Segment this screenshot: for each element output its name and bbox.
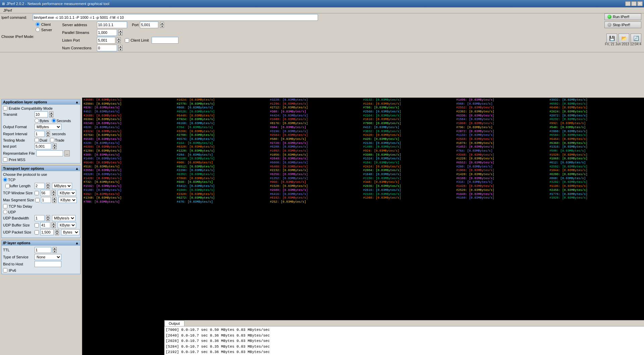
trade-checkbox[interactable] xyxy=(50,138,54,142)
minimize-button[interactable]: ─ xyxy=(625,1,631,6)
parallel-streams-input[interactable] xyxy=(97,29,117,36)
bytes-radio[interactable] xyxy=(35,118,39,123)
tcp-window-checkbox[interactable] xyxy=(35,191,39,195)
transmit-spin-up[interactable]: ▲ xyxy=(49,111,53,114)
max-seg-spin-up[interactable]: ▲ xyxy=(52,197,56,200)
udp-buffer-checkbox[interactable] xyxy=(35,223,39,227)
udp-packet-label: UDP Packet Size xyxy=(3,230,33,234)
ttl-input[interactable] xyxy=(35,247,51,253)
udp-packet-checkbox[interactable] xyxy=(35,230,39,235)
rep-file-browse-button[interactable]: ... xyxy=(64,150,70,156)
buffer-length-checkbox[interactable] xyxy=(5,184,10,188)
stop-button[interactable]: Stop IPerf! xyxy=(604,21,641,28)
trade-label[interactable]: Trade xyxy=(50,138,64,142)
parallel-spin-up[interactable]: ▲ xyxy=(118,30,122,33)
max-seg-input[interactable] xyxy=(41,197,51,203)
dual-label[interactable]: Dual xyxy=(35,138,47,142)
tcp-nodelay-checkbox[interactable] xyxy=(3,204,7,208)
udp-buffer-spin-up[interactable]: ▲ xyxy=(52,222,56,225)
seconds-radio-label[interactable]: Seconds xyxy=(52,118,71,123)
ipv6-checkbox[interactable] xyxy=(3,268,7,272)
ip-layer-header[interactable]: IP layer options ▲ xyxy=(2,240,80,246)
server-address-input[interactable] xyxy=(97,21,127,28)
max-seg-checkbox[interactable] xyxy=(35,198,40,202)
maximize-button[interactable]: □ xyxy=(631,1,637,6)
transport-layer-header[interactable]: Transport layer options ▲ xyxy=(2,166,80,171)
num-conn-spin-up[interactable]: ▲ xyxy=(118,45,122,48)
test-port-spin-up[interactable]: ▲ xyxy=(53,143,57,146)
refresh-button[interactable]: 🔄 xyxy=(631,34,641,43)
stream-entry: #2776: [0.03MBytes/s] xyxy=(177,102,270,106)
buffer-length-input[interactable] xyxy=(35,183,45,189)
tcp-radio[interactable] xyxy=(3,178,7,182)
server-mode-label[interactable]: Server xyxy=(36,28,52,32)
udp-radio-label[interactable]: UDP xyxy=(3,210,16,214)
buffer-length-unit[interactable]: MBytes KBytes Bytes xyxy=(52,183,72,189)
report-interval-spin-down[interactable]: ▼ xyxy=(46,134,50,137)
output-tab[interactable]: Output xyxy=(164,320,184,326)
max-seg-spin-down[interactable]: ▼ xyxy=(52,200,56,203)
udp-buffer-input[interactable] xyxy=(40,222,50,228)
tcp-window-input[interactable] xyxy=(40,190,50,196)
listen-port-input[interactable] xyxy=(97,37,115,44)
ttl-spin-up[interactable]: ▲ xyxy=(53,247,57,250)
server-radio[interactable] xyxy=(36,28,40,32)
rep-file-input[interactable] xyxy=(36,150,63,156)
bytes-radio-label[interactable]: Bytes xyxy=(35,118,49,123)
client-mode-label[interactable]: Client xyxy=(36,22,52,27)
client-limit-checkbox[interactable] xyxy=(125,38,129,43)
num-connections-input[interactable] xyxy=(97,45,117,51)
udp-bandwidth-input[interactable] xyxy=(35,215,45,221)
load-config-button[interactable]: 📂 xyxy=(619,34,629,43)
stream-entry: #1776: [0.03MBytes/s] xyxy=(549,193,643,197)
tos-select[interactable]: None Low Delay Throughput Reliability xyxy=(35,254,61,260)
dual-checkbox[interactable] xyxy=(35,138,39,142)
listen-port-spin-down[interactable]: ▼ xyxy=(117,40,121,43)
tcp-window-spin-down[interactable]: ▼ xyxy=(52,193,56,196)
udp-packet-spin-down[interactable]: ▼ xyxy=(55,232,59,235)
tcp-window-unit[interactable]: KBytes MBytes Bytes xyxy=(58,190,76,196)
transport-layer-content: Choose the protocol to use TCP Buffer Le… xyxy=(2,171,80,238)
listen-port-spin-up[interactable]: ▲ xyxy=(117,37,121,40)
test-port-input[interactable] xyxy=(35,143,51,149)
tcp-radio-label[interactable]: TCP xyxy=(3,178,15,182)
udp-bw-spin-up[interactable]: ▲ xyxy=(46,215,50,218)
udp-bandwidth-unit[interactable]: MBytes/sec KBytes/sec Bytes/sec xyxy=(52,215,75,221)
max-seg-unit[interactable]: KBytes MBytes Bytes xyxy=(58,197,77,203)
buffer-length-spin-up[interactable]: ▲ xyxy=(46,183,50,186)
ttl-spin-down[interactable]: ▼ xyxy=(53,250,57,253)
menu-jperf[interactable]: JPerf xyxy=(1,8,14,13)
test-port-spin-down[interactable]: ▼ xyxy=(53,146,57,149)
port-input[interactable] xyxy=(140,21,158,28)
buffer-length-spin-down[interactable]: ▼ xyxy=(46,186,50,189)
save-config-button[interactable]: 💾 xyxy=(606,34,617,43)
port-spin-down[interactable]: ▼ xyxy=(160,25,164,28)
num-conn-spin-down[interactable]: ▼ xyxy=(118,48,122,51)
window-controls[interactable]: ─ □ ✕ xyxy=(625,1,643,6)
iperf-command-input[interactable] xyxy=(33,14,318,21)
report-interval-input[interactable] xyxy=(35,131,45,137)
udp-radio[interactable] xyxy=(3,210,7,214)
udp-packet-spin-up[interactable]: ▲ xyxy=(55,229,59,232)
udp-bw-spin-down[interactable]: ▼ xyxy=(46,218,50,221)
tcp-window-spin-up[interactable]: ▲ xyxy=(52,190,56,193)
client-radio[interactable] xyxy=(36,22,40,27)
udp-buffer-spin-down[interactable]: ▼ xyxy=(52,225,56,228)
port-spin-up[interactable]: ▲ xyxy=(160,22,164,25)
close-button[interactable]: ✕ xyxy=(637,1,643,6)
print-mss-checkbox[interactable] xyxy=(3,157,7,162)
output-format-select[interactable]: MBytes Bytes KBytes GBytes xyxy=(35,124,61,130)
udp-packet-input[interactable] xyxy=(40,229,54,235)
bind-host-input[interactable] xyxy=(35,261,61,267)
parallel-spin-down[interactable]: ▼ xyxy=(118,33,122,36)
transmit-input[interactable] xyxy=(35,111,48,117)
udp-buffer-unit[interactable]: KBytes MBytes Bytes xyxy=(58,222,76,228)
udp-packet-unit[interactable]: Bytes KBytes MBytes xyxy=(61,229,79,235)
seconds-radio[interactable] xyxy=(52,118,56,123)
report-interval-spin-up[interactable]: ▲ xyxy=(46,131,50,134)
app-layer-header[interactable]: Application layer options ▲ xyxy=(2,99,80,105)
compat-mode-checkbox[interactable] xyxy=(3,106,7,110)
run-button[interactable]: Run IPerf! xyxy=(604,13,641,20)
client-limit-input[interactable] xyxy=(152,37,178,44)
transmit-spin-down[interactable]: ▼ xyxy=(49,114,53,117)
